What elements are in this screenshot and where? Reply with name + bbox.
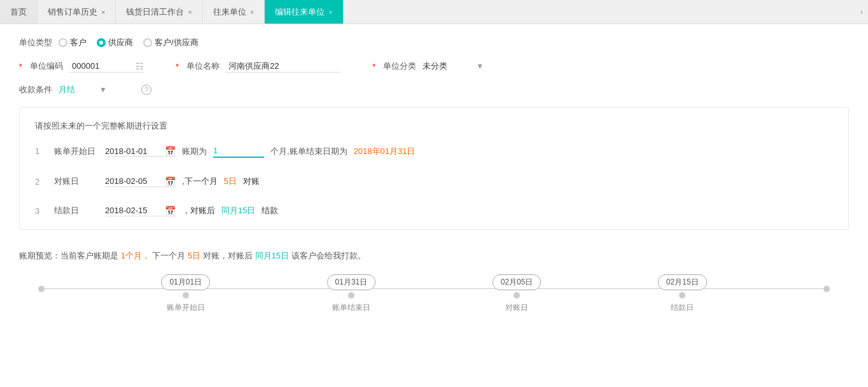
timeline-badge-1: 01月01日 [161,274,210,290]
close-icon[interactable]: × [188,8,192,16]
date-input-2: 📅 [105,176,176,187]
close-icon[interactable]: × [328,8,332,16]
timeline-node-3 [514,292,520,299]
unit-code-input[interactable] [69,60,133,72]
preview-text: 账期预览：当前客户账期是 1个月， 下一个月 5日 对账，对账后 同月15日 该… [19,250,849,262]
tab-sales-label: 销售订单历史 [48,6,97,18]
copy-icon[interactable]: ☷ [136,61,144,71]
help-icon[interactable]: ? [141,85,151,95]
timeline-line [38,288,830,289]
calendar-icon-3[interactable]: 📅 [165,206,176,216]
date-field-2[interactable] [105,176,162,186]
radio-both[interactable]: 客户/供应商 [143,37,199,48]
payment-terms-row: 收款条件 月结 ▼ ? [19,84,849,95]
date-field-1[interactable] [105,146,162,156]
required-star-cat: * [372,62,375,71]
radio-supplier[interactable]: 供应商 [97,37,133,48]
tab-edit-label: 编辑往来单位 [275,6,325,18]
timeline-point-3: 02月05日 对账日 [493,274,542,313]
unit-type-radio-group: 客户 供应商 客户/供应商 [59,37,199,48]
reconcile-day: 5日 [224,176,237,187]
preview-label-post: 该客户会给我打款。 [291,251,366,260]
setting-card: 请按照未来的一个完整帐期进行设置 1 账单开始日 📅 账期为 个月,账单结束日期… [19,107,849,230]
timeline-point-1: 01月01日 账单开始日 [161,274,210,313]
timeline-start-dot [38,286,45,292]
tab-cash-label: 钱货日清工作台 [126,6,184,18]
timeline-label-3: 对账日 [505,302,528,313]
tab-cash-goods[interactable]: 钱货日清工作台 × [116,0,202,24]
payment-terms-value: 月结 [59,84,97,95]
radio-customer-circle [59,38,67,47]
unit-category-label: 单位分类 [383,60,416,72]
timeline-badge-4: 02月15日 [658,274,707,290]
setting-row-3: 3 结款日 📅 ，对账后 同月15日 结款 [35,205,833,216]
preview-label-pre: 账期预览：当前客户账期是 [19,251,118,260]
timeline: 01月01日 账单开始日 01月31日 账单结束日 02月05日 [19,274,849,313]
unit-name-input[interactable] [226,60,340,73]
row-num-2: 2 [35,177,48,186]
payment-terms-select-wrap: 月结 ▼ [59,84,135,95]
row-field-label-3: 结款日 [54,205,99,216]
radio-both-circle [143,38,152,47]
date-input-3: 📅 [105,206,176,216]
preview-highlight1: 1个月， [121,251,150,260]
close-icon[interactable]: × [101,8,105,16]
radio-supplier-label: 供应商 [108,37,133,48]
radio-both-label: 客户/供应商 [155,37,199,48]
period-value-input[interactable] [213,144,264,158]
tab-home[interactable]: 首页 [0,0,38,24]
required-star-code: * [19,62,22,71]
timeline-node-1 [183,292,189,299]
tab-partner-label: 往来单位 [213,6,246,18]
tab-more-arrow[interactable]: › [855,0,868,24]
chevron-down-icon-payment[interactable]: ▼ [99,85,107,94]
reconcile-suffix-pre: ,下一个月 [182,176,218,187]
timeline-point-4: 02月15日 结款日 [658,274,707,313]
timeline-node-4 [679,292,685,299]
row-num-1: 1 [35,146,48,156]
required-star-name: * [176,62,179,71]
calendar-icon-1[interactable]: 📅 [165,146,176,156]
calendar-icon-2[interactable]: 📅 [165,176,176,186]
timeline-end-dot [823,286,830,292]
reconcile-suffix-post: 对账 [243,176,260,187]
radio-customer-label: 客户 [70,37,87,48]
preview-section: 账期预览：当前客户账期是 1个月， 下一个月 5日 对账，对账后 同月15日 该… [19,240,849,318]
unit-category-value: 未分类 [423,60,473,72]
date-input-1: 📅 [105,146,176,157]
radio-supplier-circle [97,38,106,47]
period-end-date: 2018年01月31日 [354,146,416,157]
tab-partner-units[interactable]: 往来单位 × [203,0,265,24]
row-num-3: 3 [35,206,48,216]
unit-category-select-wrap: 未分类 ▼ [423,60,499,72]
preview-highlight3: 同月15日 [255,251,289,260]
payment-terms-label: 收款条件 [19,84,52,95]
unit-code-input-wrap: ☷ [69,60,144,73]
timeline-label-2: 账单结束日 [332,302,370,313]
timeline-node-2 [348,292,354,299]
timeline-badge-2: 01月31日 [327,274,376,290]
timeline-label-4: 结款日 [671,302,694,313]
unit-code-label: 单位编码 [30,60,63,72]
preview-label-mid: 下一个月 [152,251,185,260]
timeline-badge-3: 02月05日 [493,274,542,290]
payment-suffix-pre: ，对账后 [182,205,215,216]
date-field-3[interactable] [105,206,162,215]
preview-label-mid2: 对账，对账后 [203,251,253,260]
tab-sales-order-history[interactable]: 销售订单历史 × [38,0,116,24]
unit-name-label: 单位名称 [186,60,220,72]
chevron-down-icon[interactable]: ▼ [476,62,484,71]
unit-type-row: 单位类型 客户 供应商 客户/供应商 [19,37,849,48]
row-field-label-1: 账单开始日 [54,146,99,157]
unit-type-label: 单位类型 [19,37,52,48]
unit-fields-row: * 单位编码 ☷ * 单位名称 * 单位分类 未分类 ▼ [19,60,849,73]
radio-customer[interactable]: 客户 [59,37,87,48]
close-icon[interactable]: × [250,8,254,16]
setting-row-2: 2 对账日 📅 ,下一个月 5日 对账 [35,176,833,187]
timeline-label-1: 账单开始日 [167,302,205,313]
period-unit-label: 个月,账单结束日期为 [270,146,347,157]
tab-edit-partner[interactable]: 编辑往来单位 × [265,0,343,24]
timeline-point-2: 01月31日 账单结束日 [327,274,376,313]
main-content: 单位类型 客户 供应商 客户/供应商 * 单位编码 ☷ * 单位名称 [0,24,868,387]
tab-bar: 首页 销售订单历史 × 钱货日清工作台 × 往来单位 × 编辑往来单位 × › [0,0,868,24]
